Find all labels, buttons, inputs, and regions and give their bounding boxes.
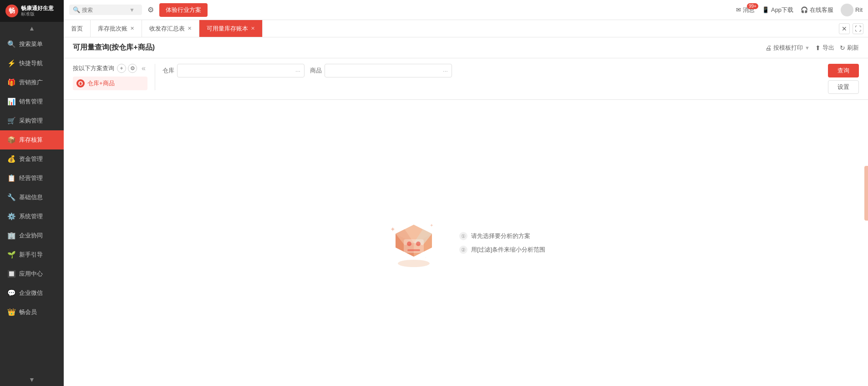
scheme-item-icon — [76, 79, 85, 87]
topbar-search-input[interactable] — [82, 7, 127, 13]
newguide-icon: 🌱 — [7, 251, 15, 259]
filter-row-1: 仓库 ··· 商品 ··· — [162, 64, 815, 77]
sidebar-item-purchase[interactable]: 🛒 采购管理 — [0, 111, 64, 130]
topbar-gear-icon[interactable]: ⚙ — [146, 4, 156, 16]
empty-hint-1: ① 请先选择要分析的方案 — [459, 232, 545, 240]
filter-scheme-header: 按以下方案查询 + ⚙ « — [73, 64, 147, 73]
svg-text:✦: ✦ — [430, 223, 433, 228]
query-button[interactable]: 查询 — [828, 64, 859, 77]
refresh-icon: ↻ — [840, 44, 845, 51]
tab-available-ledger-close[interactable]: ✕ — [251, 26, 255, 31]
sidebar-item-member[interactable]: 👑 畅会员 — [0, 303, 64, 322]
tab-home[interactable]: 首页 — [64, 20, 91, 37]
sidebar-nav: 🔍 搜索菜单 ⚡ 快捷导航 🎁 营销推广 📊 销售管理 🛒 采购管理 📦 库存核… — [0, 35, 64, 373]
scheme-add-button[interactable]: + — [117, 64, 126, 73]
sidebar-item-finance[interactable]: 💰 资金管理 — [0, 149, 64, 169]
sidebar-item-new-guide[interactable]: 🌱 新手引导 — [0, 245, 64, 264]
sidebar-item-operations[interactable]: 📋 经营管理 — [0, 169, 64, 188]
wechat-icon: 💬 — [7, 289, 15, 297]
warehouse-input-box[interactable]: ··· — [177, 64, 305, 77]
svg-point-10 — [416, 242, 421, 246]
filter-field-warehouse: 仓库 ··· — [162, 64, 305, 77]
sidebar-item-marketing[interactable]: 🎁 营销推广 — [0, 73, 64, 92]
print-button[interactable]: 🖨 按模板打印 ▼ — [765, 44, 810, 52]
sidebar-item-system[interactable]: ⚙️ 系统管理 — [0, 207, 64, 226]
finance-icon: 💰 — [7, 155, 15, 163]
sales-icon: 📊 — [7, 98, 15, 106]
svg-rect-11 — [407, 249, 420, 251]
tab-collect-summary-close[interactable]: ✕ — [188, 26, 192, 31]
user-avatar-area[interactable]: Rit — [841, 4, 863, 16]
sidebar: 畅 畅康通好生意 标准版 ▲ 🔍 搜索菜单 ⚡ 快捷导航 🎁 营销推广 📊 销售… — [0, 0, 64, 386]
online-service-button[interactable]: 🎧 在线客服 — [801, 6, 833, 14]
filter-collapse-button[interactable]: « — [140, 64, 147, 72]
message-icon: ✉ — [736, 6, 741, 13]
topbar-search-icon: 🔍 — [73, 6, 80, 13]
export-icon: ⬆ — [815, 44, 821, 51]
sidebar-item-inventory[interactable]: 📦 库存核算 — [0, 130, 64, 149]
sidebar-item-enterprise-wechat[interactable]: 💬 企业微信 — [0, 283, 64, 303]
scheme-item-warehouse-product[interactable]: 仓库+商品 — [73, 77, 147, 90]
filter-fields: 仓库 ··· 商品 ··· — [162, 64, 815, 77]
sidebar-scroll-down[interactable]: ▼ — [0, 373, 64, 386]
tabs-bar: 首页 库存批次账 ✕ 收发存汇总表 ✕ 可用量库存账本 ✕ ✕ ⛶ — [64, 20, 868, 37]
tab-fullscreen-button[interactable]: ⛶ — [853, 23, 863, 34]
scheme-settings-button[interactable]: ⚙ — [128, 64, 137, 73]
tab-available-ledger[interactable]: 可用量库存账本 ✕ — [199, 20, 263, 37]
sidebar-item-app-center[interactable]: 🔲 应用中心 — [0, 264, 64, 283]
purchase-icon: 🛒 — [7, 117, 15, 125]
content-area: 可用量查询(按仓库+商品) 🖨 按模板打印 ▼ ⬆ 导出 ↻ 刷新 — [64, 37, 868, 386]
sidebar-item-search[interactable]: 🔍 搜索菜单 — [0, 35, 64, 54]
message-button[interactable]: ✉ 消息 99+ — [736, 6, 755, 14]
app-download-button[interactable]: 📱 App下载 — [762, 6, 793, 14]
empty-content: ✦ ✦ · ① 请先选择要分析的方案 ② 用[过滤]条件来缩小分析范围 — [386, 216, 545, 270]
system-icon: ⚙️ — [7, 212, 15, 221]
empty-hint-2: ② 用[过滤]条件来缩小分析范围 — [459, 246, 545, 254]
sidebar-logo: 畅 畅康通好生意 标准版 — [0, 0, 64, 22]
product-input-box[interactable]: ··· — [325, 64, 452, 77]
filter-area: 按以下方案查询 + ⚙ « 仓库+商品 — [64, 58, 868, 100]
sidebar-item-quick-nav[interactable]: ⚡ 快捷导航 — [0, 54, 64, 73]
query-actions: 查询 设置 — [828, 64, 859, 94]
filter-scheme-panel: 按以下方案查询 + ⚙ « 仓库+商品 — [73, 64, 155, 90]
user-avatar — [841, 4, 853, 16]
sidebar-item-basic-info[interactable]: 🔧 基础信息 — [0, 188, 64, 207]
filter-field-product: 商品 ··· — [310, 64, 452, 77]
product-more-icon[interactable]: ··· — [443, 67, 448, 74]
product-input[interactable] — [329, 67, 443, 74]
refresh-button[interactable]: ↻ 刷新 — [840, 44, 859, 52]
sidebar-item-sales[interactable]: 📊 销售管理 — [0, 92, 64, 111]
svg-point-1 — [398, 260, 430, 267]
main-area: 🔍 ▼ ⚙ 体验行业方案 ✉ 消息 99+ 📱 App下载 🎧 在线客服 Rit — [64, 0, 868, 386]
right-scrollbar-hint[interactable] — [864, 166, 868, 221]
warehouse-more-icon[interactable]: ··· — [295, 67, 300, 74]
topbar-right: ✉ 消息 99+ 📱 App下载 🎧 在线客服 Rit — [736, 4, 863, 16]
tab-collect-summary[interactable]: 收发存汇总表 ✕ — [142, 20, 199, 37]
set-button[interactable]: 设置 — [828, 80, 859, 94]
sidebar-item-enterprise[interactable]: 🏢 企业协同 — [0, 226, 64, 245]
service-icon: 🎧 — [801, 6, 808, 13]
warehouse-input[interactable] — [181, 67, 295, 74]
basicinfo-icon: 🔧 — [7, 193, 15, 201]
search-icon: 🔍 — [7, 40, 15, 48]
export-button[interactable]: ⬆ 导出 — [815, 44, 834, 52]
svg-text:✦: ✦ — [390, 226, 396, 233]
enterprise-icon: 🏢 — [7, 232, 15, 240]
marketing-icon: 🎁 — [7, 78, 15, 87]
tab-batch-account-close[interactable]: ✕ — [130, 26, 134, 31]
topbar-search-box[interactable]: 🔍 ▼ — [69, 5, 142, 15]
tab-close-all-button[interactable]: ✕ — [839, 23, 850, 34]
empty-hints: ① 请先选择要分析的方案 ② 用[过滤]条件来缩小分析范围 — [459, 232, 545, 254]
print-dropdown-icon[interactable]: ▼ — [805, 45, 810, 51]
logo-icon: 畅 — [5, 5, 18, 17]
app-icon: 📱 — [762, 6, 769, 13]
page-header-actions: 🖨 按模板打印 ▼ ⬆ 导出 ↻ 刷新 — [765, 44, 859, 52]
empty-state: ✦ ✦ · ① 请先选择要分析的方案 ② 用[过滤]条件来缩小分析范围 — [64, 100, 868, 386]
page-title: 可用量查询(按仓库+商品) — [73, 43, 155, 52]
operations-icon: 📋 — [7, 174, 15, 182]
svg-text:·: · — [425, 256, 426, 260]
topbar-search-dropdown-icon[interactable]: ▼ — [129, 7, 135, 13]
tab-batch-account[interactable]: 库存批次账 ✕ — [91, 20, 142, 37]
sidebar-scroll-up[interactable]: ▲ — [0, 22, 64, 35]
solution-button[interactable]: 体验行业方案 — [159, 3, 208, 17]
